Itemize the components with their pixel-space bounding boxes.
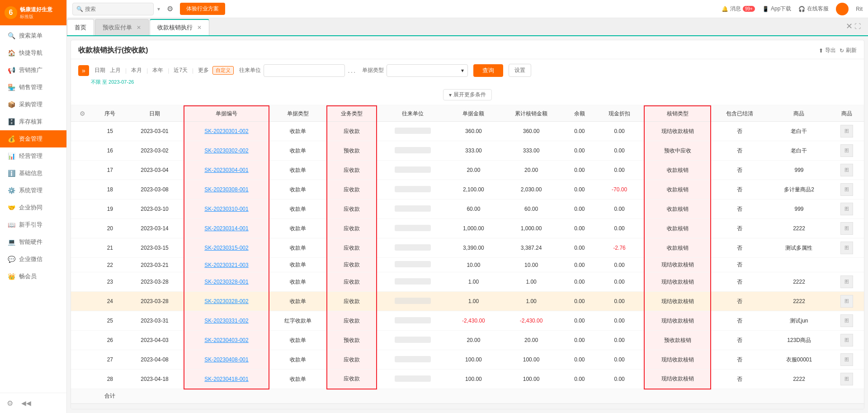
cell-biz_type: 应收款 — [327, 292, 377, 311]
sidebar-item-finance[interactable]: 💰资金管理 — [0, 130, 66, 147]
logo-subtitle: 标推版 — [20, 14, 52, 20]
cell-balance: 0.00 — [564, 122, 595, 141]
sidebar-item-quick-nav[interactable]: 🏠快捷导航 — [0, 44, 66, 62]
bill-no-link[interactable]: SK-20230331-002 — [204, 318, 248, 324]
cell-seq: 18 — [94, 180, 126, 199]
cell-partner — [377, 199, 448, 219]
cell-bill_amount: 100.00 — [448, 350, 499, 370]
notification-button[interactable]: 🔔 消息 99+ — [722, 5, 755, 13]
cell-date: 2023-03-28 — [126, 292, 184, 311]
sidebar-item-purchase[interactable]: 📦采购管理 — [0, 96, 66, 113]
sidebar-item-hardware[interactable]: 💻智能硬件 — [0, 233, 66, 251]
bill-no-link[interactable]: SK-20230321-003 — [204, 262, 248, 268]
expand-conditions-label: 展开更多条件 — [453, 91, 486, 99]
sidebar-item-enterprise[interactable]: 🤝企业协同 — [0, 199, 66, 216]
sidebar-item-guide[interactable]: 📖新手引导 — [0, 216, 66, 233]
cell-settings — [71, 238, 94, 258]
search-input[interactable] — [85, 6, 150, 12]
cell-cancel_type: 现结收款核销 — [644, 258, 711, 272]
bill-no-link[interactable]: SK-20230328-001 — [204, 279, 248, 285]
nav-icon-inventory: 🗄️ — [7, 118, 15, 126]
cell-balance: 0.00 — [564, 311, 595, 331]
cell-bill_type: 收款单 — [269, 238, 327, 258]
bill-no-link[interactable]: SK-20230403-002 — [204, 337, 248, 343]
expand-conditions-button[interactable]: ▾ 展开更多条件 — [443, 89, 492, 100]
cell-cancel_type: 现结收款核销 — [644, 350, 711, 370]
query-button[interactable]: 查询 — [473, 64, 503, 77]
table-body: 152023-03-01SK-20230301-002收款单应收款360.003… — [71, 122, 864, 389]
tab-home[interactable]: 首页 — [67, 19, 94, 35]
close-all-tabs-button[interactable]: ✕ — [846, 18, 853, 34]
solution-button[interactable]: 体验行业方案 — [180, 3, 225, 15]
bill-no-link[interactable]: SK-20230302-002 — [204, 147, 248, 154]
sidebar-item-member[interactable]: 👑畅会员 — [0, 268, 66, 285]
sidebar-collapse-button[interactable]: ◀◀ — [20, 397, 33, 409]
bill-no-link[interactable]: SK-20230304-001 — [204, 167, 248, 173]
cell-bill_amount: -2,430.00 — [448, 311, 499, 331]
data-table: ⚙序号日期单据编号单据类型业务类型往来单位单据金额累计核销金额余额现金折扣核销类… — [71, 105, 864, 404]
tab-prepay[interactable]: 预收应付单✕ — [95, 19, 149, 35]
cell-include_settled: 否 — [711, 199, 768, 219]
partner-blurred — [395, 128, 431, 134]
sidebar-item-sales[interactable]: 🏪销售管理 — [0, 79, 66, 96]
bill-no-link[interactable]: SK-20230408-001 — [204, 356, 248, 363]
filter-expand-button[interactable]: » — [78, 65, 89, 76]
cell-goods_img: 图 — [830, 180, 864, 199]
cell-goods: 多计量商品2 — [768, 180, 830, 199]
sidebar-settings-button[interactable]: ⚙ — [4, 397, 16, 409]
topbar-gear-button[interactable]: ⚙ — [164, 3, 176, 15]
topbar-chevron-icon[interactable]: ▾ — [157, 6, 160, 12]
bill-no-link[interactable]: SK-20230328-002 — [204, 298, 248, 304]
maximize-button[interactable]: ⛶ — [854, 18, 861, 34]
refresh-button[interactable]: ↻ 刷新 — [840, 47, 857, 54]
sidebar-item-wechat[interactable]: 💬企业微信 — [0, 251, 66, 268]
date-option-1[interactable]: 本月 — [129, 66, 144, 75]
sidebar-bottom: ⚙ ◀◀ — [0, 393, 66, 413]
cell-cash_discount: 0.00 — [595, 331, 644, 350]
nav-label-quick-nav: 快捷导航 — [19, 49, 42, 57]
mobile-icon: 📱 — [762, 6, 769, 12]
cell-bill_amount: 1.00 — [448, 272, 499, 292]
date-custom-label[interactable]: 自定义 — [212, 66, 234, 75]
app-download-label: App下载 — [771, 5, 791, 13]
sidebar-item-system[interactable]: ⚙️系统管理 — [0, 182, 66, 199]
nav-label-marketing: 营销推广 — [19, 66, 42, 74]
bill-no-link[interactable]: SK-20230418-001 — [204, 376, 248, 382]
logo-title: 畅康道好生意 — [20, 6, 52, 14]
tab-close-prepay[interactable]: ✕ — [137, 24, 141, 31]
tab-close-collection-exec[interactable]: ✕ — [197, 24, 202, 31]
bill-no-link[interactable]: SK-20230315-002 — [204, 245, 248, 251]
cell-settings — [71, 370, 94, 389]
topbar-search-box[interactable]: 🔍 — [72, 3, 154, 15]
sidebar-item-marketing[interactable]: 📢营销推广 — [0, 62, 66, 79]
online-service-button[interactable]: 🎧 在线客服 — [798, 5, 829, 13]
date-option-0[interactable]: 上月 — [108, 66, 123, 75]
date-option-4[interactable]: 更多 — [196, 66, 211, 75]
sidebar-item-inventory[interactable]: 🗄️库存核算 — [0, 113, 66, 130]
topbar-actions: 🔔 消息 99+ 📱 App下载 🎧 在线客服 Rit — [722, 3, 863, 15]
bill-no-link[interactable]: SK-20230314-001 — [204, 225, 248, 232]
bill-no-link[interactable]: SK-20230301-002 — [204, 128, 248, 134]
export-button[interactable]: ⬆ 导出 — [819, 47, 836, 54]
bill-type-select[interactable]: ▾ — [387, 64, 468, 77]
table-row: 172023-03-04SK-20230304-001收款单应收款20.0020… — [71, 161, 864, 180]
bill-no-link[interactable]: SK-20230308-001 — [204, 186, 248, 193]
cell-cash_discount: -70.00 — [595, 180, 644, 199]
filter-settings-button[interactable]: 设置 — [509, 64, 531, 77]
partner-input[interactable] — [264, 64, 345, 77]
app-download-button[interactable]: 📱 App下载 — [762, 5, 791, 13]
sidebar-item-search[interactable]: 🔍搜索菜单 — [0, 27, 66, 44]
sidebar-item-operations[interactable]: 📊经营管理 — [0, 147, 66, 165]
date-option-3[interactable]: 近7天 — [172, 66, 189, 75]
date-option-2[interactable]: 本年 — [151, 66, 165, 75]
cell-settings — [71, 331, 94, 350]
tab-collection-exec[interactable]: 收款核销执行✕ — [150, 19, 209, 35]
nav-label-enterprise: 企业协同 — [19, 204, 42, 212]
cell-goods: 999 — [768, 199, 830, 219]
cell-balance: 0.00 — [564, 350, 595, 370]
page-title: 收款核销执行(按收款) — [78, 46, 148, 55]
horizontal-scrollbar[interactable] — [71, 404, 864, 409]
bill-no-link[interactable]: SK-20230310-001 — [204, 206, 248, 212]
sidebar-item-basic[interactable]: ℹ️基础信息 — [0, 165, 66, 182]
table-settings-icon[interactable]: ⚙ — [80, 110, 85, 117]
